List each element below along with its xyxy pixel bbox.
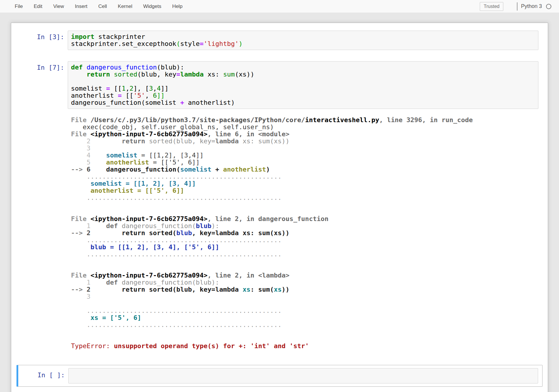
code-token: return [122,137,145,145]
code-token: blub [176,229,192,237]
code-token: /Users/c/.py3/lib/python3.7/site-package… [90,116,305,124]
code-token: return [87,71,110,78]
code-token: 6 [87,166,90,173]
code-token: ]] [161,85,169,92]
code-input[interactable]: def dangerous_function(blub): return sor… [68,61,538,109]
code-token: + [211,166,223,173]
code-token: 2 [87,286,90,293]
menu-item-help[interactable]: Help [172,4,183,9]
output-line [71,258,538,265]
code-token: ........................................… [71,173,282,180]
code-token: anotherlist) [184,99,235,106]
code-token: def [106,279,118,286]
output-line [71,328,538,335]
menu-item-edit[interactable]: Edit [34,4,42,9]
output-line: 3 [71,145,538,152]
menu-item-widgets[interactable]: Widgets [143,4,161,9]
menu-item-cell[interactable]: Cell [98,4,107,9]
selected-cell[interactable]: In [ ]: [16,365,543,387]
code-token: somelist [106,152,137,159]
output-line: xs = ['5', 6] [71,314,538,321]
code-token: 4 [157,85,161,92]
code-token: <ipython-input-7-6cb62775a094> [90,215,207,222]
code-token: lambda [215,137,239,145]
code-token: ): [211,222,219,230]
code-input[interactable] [68,368,538,383]
menu-right: Trusted Python 3 [480,2,551,11]
output-line: 5 anotherlist = [['5', 6]] [71,159,538,166]
code-token: = [200,40,204,47]
code-token: xs: [204,71,223,78]
code-token: , line 3296, in run_code [379,116,473,124]
code-token: ........................................… [71,250,282,258]
code-token: = [106,85,110,92]
code-token: , line 6, in <module> [208,130,290,138]
code-token: TypeError: [71,342,114,350]
code-line: return sorted(blub, key=lambda xs: sum(x… [71,71,535,78]
input-prompt: In [ ]: [18,368,68,379]
code-token: File [71,272,90,279]
traceback-output: File /Users/c/.py3/lib/python3.7/site-pa… [70,117,538,350]
output-line: 3 [71,293,538,300]
code-token: ( [176,40,180,47]
kernel-name: Python 3 [521,3,542,9]
trusted-button[interactable]: Trusted [480,2,503,11]
code-input[interactable]: import stackprinterstackprinter.set_exce… [68,31,538,50]
code-token: )) [282,286,290,293]
code-token: = [176,71,180,78]
code-token: = [118,92,122,99]
code-token [83,64,87,71]
code-token: , [145,92,153,99]
code-token: 6 [153,92,157,99]
output-line [71,201,538,208]
menu-item-file[interactable]: File [15,4,23,9]
code-token: stackprinter [94,33,145,40]
code-token: xs [274,286,282,293]
kernel-idle-icon [546,4,551,9]
code-token: blub [196,222,211,230]
code-line: def dangerous_function(blub): [71,64,535,71]
output-line: 1 def dangerous_function(blub): [71,279,538,286]
code-token: anotherlist [71,92,118,99]
menu-item-insert[interactable]: Insert [75,4,87,9]
code-token: interactiveshell.py [305,116,379,124]
code-token: <ipython-input-7-6cb62775a094> [90,272,207,279]
code-token: def [106,222,118,230]
kernel-separator [517,2,517,11]
output-line: ........................................… [71,251,538,258]
notebook-container: In [3]:import stackprinterstackprinter.s… [11,23,548,392]
code-token [90,222,106,230]
code-token: dangerous_function(blub): [118,279,219,286]
output-line: 2 return sorted(blub, key=lambda xs: sum… [71,138,538,145]
code-token: '5' [133,92,145,99]
code-line [71,78,535,85]
cell-0[interactable]: In [3]:import stackprinterstackprinter.s… [11,28,548,52]
cell-1[interactable]: In [7]:def dangerous_function(blub): ret… [11,59,548,352]
code-token: import [71,33,94,40]
code-token: anotherlist [223,166,266,173]
code-token: + [180,99,184,106]
code-token: return sorted( [122,229,176,237]
output-line: ........................................… [71,237,538,244]
code-token: anotherlist [106,159,149,166]
menu-item-view[interactable]: View [53,4,64,9]
code-token: (xs)) [235,71,254,78]
code-token [90,286,122,293]
output-line [71,335,538,343]
output-line: --> 2 return sorted(blub, key=lambda xs:… [71,230,538,237]
code-token: 5 [71,159,90,166]
code-token [90,152,106,159]
code-token: ........................................… [71,236,282,244]
menu-item-kernel[interactable]: Kernel [118,4,132,9]
code-token [110,71,114,78]
code-token: def [71,64,83,71]
code-token: [[ [122,92,133,99]
code-token: sum [223,71,235,78]
code-line: stackprinter.set_excepthook(style='light… [71,40,535,47]
code-token: File [71,130,90,138]
code-token [71,71,87,78]
code-token: 2 [87,229,90,237]
page-background: In [3]:import stackprinterstackprinter.s… [0,13,559,392]
code-token: lambda [180,71,204,78]
output-row: File /Users/c/.py3/lib/python3.7/site-pa… [14,117,538,350]
